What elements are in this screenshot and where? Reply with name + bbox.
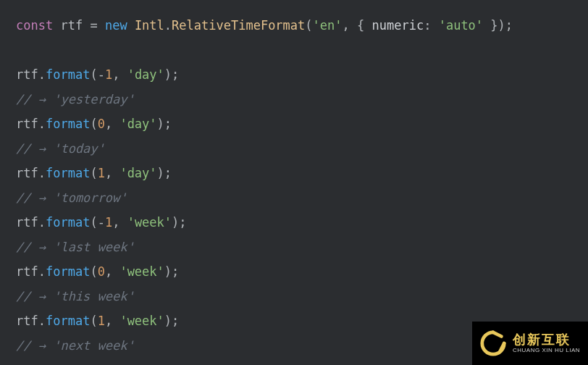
brace-close: } <box>490 18 497 33</box>
paren-open: ( <box>90 166 97 180</box>
comment-lastweek: // → 'last week' <box>16 240 135 254</box>
brace-open: { <box>357 18 364 33</box>
comma: , <box>343 18 350 33</box>
paren-open: ( <box>90 264 97 279</box>
string-week: 'week' <box>119 264 164 279</box>
semicolon: ; <box>172 264 179 279</box>
semicolon: ; <box>179 215 186 230</box>
paren-open: ( <box>90 215 97 230</box>
watermark-text: 创新互联 CHUANG XIN HU LIAN <box>513 333 580 354</box>
string-week: 'week' <box>127 215 172 230</box>
string-auto: 'auto' <box>439 18 483 33</box>
code-line-1: const rtf = new Intl.RelativeTimeFormat(… <box>16 18 513 33</box>
var-rtf: rtf <box>60 18 83 33</box>
comma: , <box>105 314 112 328</box>
num-0: 0 <box>98 117 105 131</box>
string-week: 'week' <box>119 314 164 328</box>
watermark-cn: 创新互联 <box>513 333 580 348</box>
var-rtf: rtf <box>16 264 38 279</box>
fn-format: format <box>46 314 90 328</box>
code-line-call: rtf.format(-1, 'week'); <box>16 215 187 230</box>
var-rtf: rtf <box>16 67 38 82</box>
watermark-logo-icon <box>479 330 507 357</box>
paren-close: ) <box>164 314 172 328</box>
var-rtf: rtf <box>16 314 38 328</box>
comma: , <box>105 264 112 279</box>
code-block: const rtf = new Intl.RelativeTimeFormat(… <box>0 0 588 365</box>
fn-format: format <box>46 117 90 131</box>
dot: . <box>38 314 46 328</box>
dot: . <box>38 166 46 180</box>
semicolon: ; <box>164 166 172 180</box>
comment-yesterday: // → 'yesterday' <box>16 92 135 106</box>
svg-line-0 <box>493 332 501 337</box>
class-intl: Intl <box>135 18 164 33</box>
num-0: 0 <box>98 264 105 279</box>
op-eq: = <box>90 18 97 33</box>
paren-close: ) <box>164 264 172 279</box>
code-line-call: rtf.format(0, 'day'); <box>16 117 172 131</box>
string-day: 'day' <box>119 117 156 131</box>
var-rtf: rtf <box>16 215 38 230</box>
num-1: 1 <box>98 166 105 180</box>
dot: . <box>38 215 46 230</box>
num-1: 1 <box>98 314 105 328</box>
fn-format: format <box>46 166 90 180</box>
comment-thisweek: // → 'this week' <box>16 289 135 303</box>
semicolon: ; <box>172 314 179 328</box>
comment-nextweek: // → 'next week' <box>16 338 135 353</box>
paren-open: ( <box>305 18 312 33</box>
watermark-badge: 创新互联 CHUANG XIN HU LIAN <box>472 322 588 365</box>
fn-format: format <box>46 215 90 230</box>
semicolon: ; <box>172 67 179 82</box>
semicolon: ; <box>164 117 172 131</box>
var-rtf: rtf <box>16 117 38 131</box>
paren-close: ) <box>157 166 164 180</box>
dot: . <box>38 264 46 279</box>
string-day: 'day' <box>119 166 156 180</box>
paren-open: ( <box>90 314 97 328</box>
var-rtf: rtf <box>16 166 38 180</box>
dot: . <box>164 18 172 33</box>
comma: , <box>105 166 112 180</box>
class-rtf: RelativeTimeFormat <box>172 18 305 33</box>
code-line-call: rtf.format(1, 'week'); <box>16 314 179 328</box>
code-line-call: rtf.format(1, 'day'); <box>16 166 172 180</box>
paren-close: ) <box>157 117 164 131</box>
string-day: 'day' <box>127 67 164 82</box>
paren-close: ) <box>498 18 505 33</box>
prop-numeric: numeric <box>372 18 424 33</box>
string-en: 'en' <box>313 18 343 33</box>
semicolon: ; <box>505 18 513 33</box>
num-1: 1 <box>105 67 112 82</box>
comment-today: // → 'today' <box>16 141 105 156</box>
keyword-new: new <box>105 18 127 33</box>
minus: - <box>98 215 105 230</box>
code-line-call: rtf.format(0, 'week'); <box>16 264 179 279</box>
comma: , <box>112 67 119 82</box>
comment-tomorrow: // → 'tomorrow' <box>16 190 127 205</box>
paren-open: ( <box>90 67 97 82</box>
comma: , <box>105 117 112 131</box>
keyword-const: const <box>16 18 53 33</box>
colon: : <box>424 18 431 33</box>
paren-open: ( <box>90 117 97 131</box>
comma: , <box>112 215 119 230</box>
minus: - <box>98 67 105 82</box>
code-line-call: rtf.format(-1, 'day'); <box>16 67 179 82</box>
paren-close: ) <box>172 215 179 230</box>
fn-format: format <box>46 264 90 279</box>
fn-format: format <box>46 67 90 82</box>
watermark-pinyin: CHUANG XIN HU LIAN <box>513 348 580 354</box>
dot: . <box>38 117 46 131</box>
paren-close: ) <box>164 67 172 82</box>
dot: . <box>38 67 46 82</box>
num-1: 1 <box>105 215 112 230</box>
